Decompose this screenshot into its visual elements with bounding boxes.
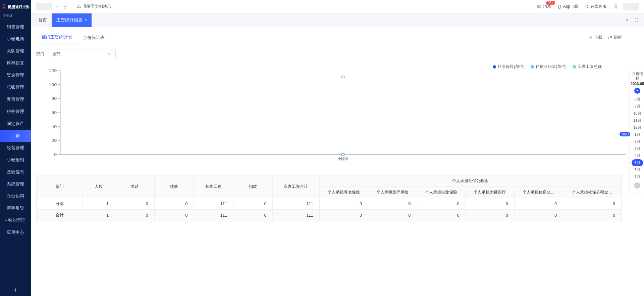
subtab-dept[interactable]: 部门工资统计表 xyxy=(36,31,77,44)
svg-rect-2 xyxy=(537,5,541,7)
th-sub-5: 个人承担社保公积金… xyxy=(563,187,621,198)
svg-text:40: 40 xyxy=(51,124,57,129)
month-next-button[interactable] xyxy=(634,182,640,188)
legend-housing-fund[interactable]: 住房公积金(单位) xyxy=(531,64,567,70)
sidebar-item-4[interactable]: 资金管理 xyxy=(0,69,31,81)
sidebar-item-13[interactable]: 系统管理 xyxy=(0,178,31,190)
sidebar-item-11[interactable]: 小畅报销 xyxy=(0,154,31,166)
th-deduct: 扣款 xyxy=(233,175,273,198)
month-picker-panel: 月份选择 2023.05 8月9月10月11月12月1月20232月3月4月5月… xyxy=(630,69,644,192)
th-group-social: 个人承担社保公积金 xyxy=(319,175,621,187)
month-option[interactable]: 4月 xyxy=(630,152,644,159)
gear-icon xyxy=(13,288,18,292)
month-option[interactable]: 2月 xyxy=(630,138,644,145)
sidebar-item-17[interactable]: 应用中心 xyxy=(0,226,31,239)
legend-gross-salary[interactable]: 应发工资总额 xyxy=(573,64,602,70)
table-row: 分部1001110111000000 xyxy=(37,198,622,210)
org-selector[interactable] xyxy=(36,3,59,10)
month-prev-button[interactable] xyxy=(634,88,640,94)
expand-icon xyxy=(634,18,639,23)
month-option[interactable]: 9月 xyxy=(630,103,644,110)
cs-label: 在线客服 xyxy=(590,4,606,9)
dept-select[interactable]: 全部 xyxy=(49,49,116,59)
sidebar-item-5[interactable]: 总账管理 xyxy=(0,81,31,93)
svg-text:120: 120 xyxy=(49,69,57,73)
month-option[interactable]: 3月 xyxy=(630,145,644,152)
fullscreen-button[interactable] xyxy=(632,15,641,25)
month-option[interactable]: 6月 xyxy=(630,166,644,173)
th-sub-3: 个人承担大额医疗 xyxy=(466,187,514,198)
month-picker-title: 月份选择 xyxy=(630,71,644,81)
th-dept: 部门 xyxy=(37,175,83,198)
month-option[interactable]: 12月 xyxy=(630,124,644,131)
user-icon xyxy=(612,3,619,10)
svg-point-1 xyxy=(64,6,65,7)
month-option[interactable]: 5月 xyxy=(632,159,643,166)
svg-point-24 xyxy=(341,76,344,78)
customer-service-button[interactable]: 在线客服 xyxy=(584,4,606,9)
demo-link[interactable]: 我要看实例演示 xyxy=(77,4,111,9)
salary-chart: 社会保险(单位) 住房公积金(单位) 应发工资总额 02040608010012… xyxy=(36,64,639,171)
sidebar-item-9[interactable]: 工资 xyxy=(0,130,31,142)
close-icon[interactable]: × xyxy=(85,18,87,23)
month-option[interactable]: 10月 xyxy=(630,110,644,117)
tab-salary-report[interactable]: 工资统计报表 × xyxy=(52,13,92,27)
sidebar-item-0[interactable]: 销售管理 xyxy=(0,21,31,33)
download-button[interactable]: 下载 xyxy=(588,35,602,40)
close-all-tabs[interactable]: × xyxy=(623,15,632,25)
sidebar-item-16[interactable]: 智能管理 xyxy=(0,214,31,226)
month-option[interactable]: 11月 xyxy=(630,117,644,124)
sidebar-item-14[interactable]: 企业协同 xyxy=(0,190,31,202)
mobile-icon xyxy=(557,4,562,9)
messages-button[interactable]: 消息 99+ xyxy=(537,4,551,9)
sidebar-item-2[interactable]: 采购管理 xyxy=(0,45,31,57)
svg-point-4 xyxy=(615,4,617,7)
sidebar-item-3[interactable]: 库存核算 xyxy=(0,57,31,69)
subtab-month[interactable]: 月份统计表 xyxy=(77,31,110,44)
sidebar-item-12[interactable]: 基础信息 xyxy=(0,166,31,178)
month-option[interactable]: 1月2023 xyxy=(630,131,644,138)
cloud-icon xyxy=(77,4,82,9)
app-download-label: App下载 xyxy=(563,4,578,9)
org-settings[interactable] xyxy=(62,4,67,9)
messages-badge: 99+ xyxy=(546,1,555,5)
app-download-button[interactable]: App下载 xyxy=(557,4,578,9)
svg-text:80: 80 xyxy=(51,96,57,101)
th-total: 应发工资合计 xyxy=(273,175,319,198)
sidebar-item-6[interactable]: 发票管理 xyxy=(0,93,31,105)
download-icon xyxy=(588,35,593,40)
month-option[interactable]: 7月 xyxy=(630,173,644,180)
sidebar-item-8[interactable]: 固定资产 xyxy=(0,118,31,130)
page-tabs: 首页 工资统计报表 × × xyxy=(31,13,644,27)
brand-logo: 畅捷通好业财 xyxy=(0,0,31,13)
svg-text:0: 0 xyxy=(54,153,57,157)
th-perf: 绩效 xyxy=(154,175,194,198)
sidebar-item-1[interactable]: 小畅电商 xyxy=(0,33,31,45)
legend-social-insurance[interactable]: 社会保险(单位) xyxy=(493,64,525,70)
svg-text:100: 100 xyxy=(49,82,57,87)
refresh-icon xyxy=(608,35,612,40)
th-allowance: 津贴 xyxy=(115,175,154,198)
svg-text:20: 20 xyxy=(51,138,57,143)
sidebar-item-10[interactable]: 经营管理 xyxy=(0,142,31,154)
th-base: 基本工资 xyxy=(194,175,233,198)
chevron-down-icon xyxy=(107,52,112,56)
sidebar-settings[interactable] xyxy=(0,284,31,296)
refresh-button[interactable]: 刷新 xyxy=(608,35,622,40)
salary-table[interactable]: 部门 人数 津贴 绩效 基本工资 扣款 应发工资合计 个人承担社保公积金 个人承… xyxy=(36,175,622,221)
year-pill: 2023 xyxy=(620,132,630,136)
table-row: 合计1001110111000000 xyxy=(37,210,622,221)
th-sub-0: 个人承担养老保险 xyxy=(319,187,368,198)
message-icon xyxy=(537,4,542,9)
demo-label: 我要看实例演示 xyxy=(83,4,111,9)
avatar xyxy=(623,3,639,10)
user-menu[interactable] xyxy=(612,3,639,10)
month-option[interactable]: 8月 xyxy=(630,96,644,103)
chevron-down-icon xyxy=(54,4,59,9)
th-count: 人数 xyxy=(83,175,115,198)
sidebar-item-7[interactable]: 税务管理 xyxy=(0,105,31,118)
svg-point-23 xyxy=(341,154,344,156)
sidebar-item-15[interactable]: 新手引导 xyxy=(0,202,31,214)
tab-home[interactable]: 首页 xyxy=(34,13,52,27)
dept-filter-label: 部门: xyxy=(36,51,45,57)
